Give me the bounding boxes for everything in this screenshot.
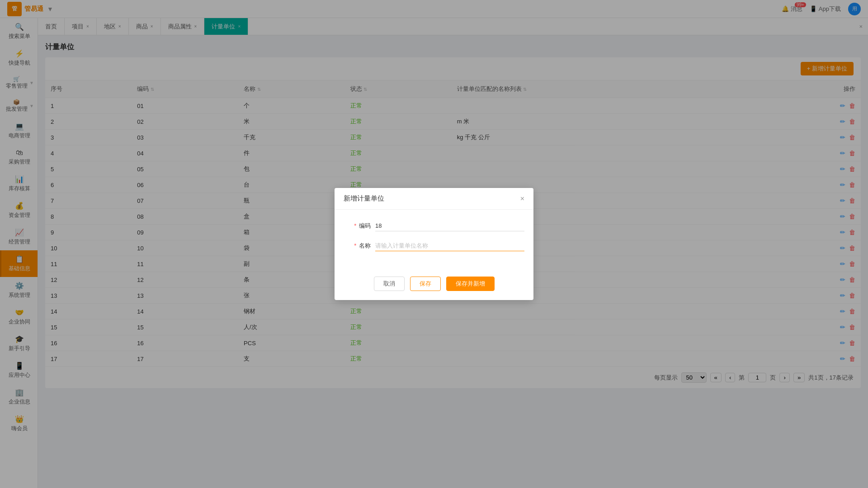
name-input[interactable] bbox=[375, 240, 524, 251]
save-and-new-button[interactable]: 保存并新增 bbox=[446, 277, 495, 291]
modal-header: 新增计量单位 × bbox=[335, 188, 533, 210]
code-input[interactable] bbox=[375, 221, 524, 231]
add-unit-modal: 新增计量单位 × * 编码 * 名称 取消 保存 保存并新增 bbox=[335, 188, 533, 300]
cancel-button[interactable]: 取消 bbox=[374, 277, 405, 291]
modal-body: * 编码 * 名称 bbox=[335, 210, 533, 271]
modal-close-button[interactable]: × bbox=[520, 195, 524, 203]
form-row-name: * 名称 bbox=[344, 240, 524, 251]
name-label: * 名称 bbox=[344, 242, 371, 250]
code-label: * 编码 bbox=[344, 222, 371, 230]
modal-footer: 取消 保存 保存并新增 bbox=[335, 271, 533, 300]
form-row-code: * 编码 bbox=[344, 221, 524, 231]
save-button[interactable]: 保存 bbox=[410, 277, 441, 291]
required-marker: * bbox=[354, 242, 356, 249]
required-marker: * bbox=[354, 222, 356, 229]
modal-title: 新增计量单位 bbox=[344, 194, 384, 203]
modal-overlay: 新增计量单位 × * 编码 * 名称 取消 保存 保存并新增 bbox=[0, 0, 868, 488]
